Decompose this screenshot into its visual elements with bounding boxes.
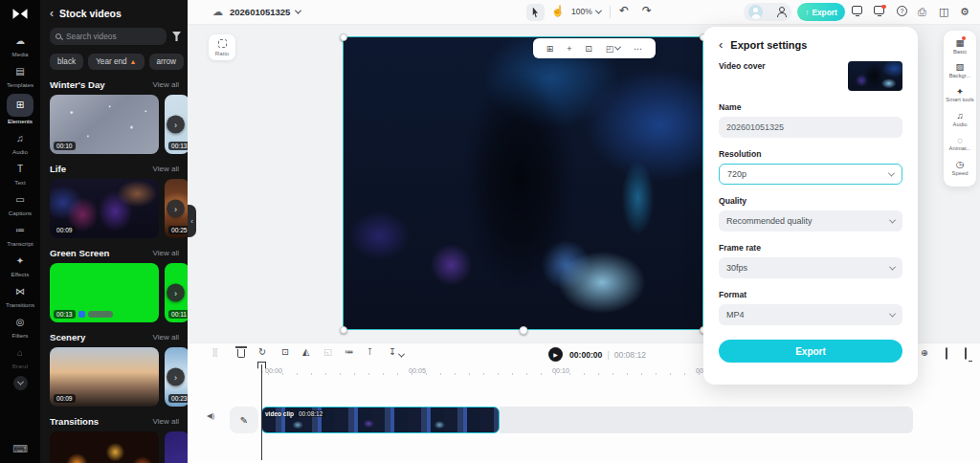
- playhead-line[interactable]: [261, 364, 262, 460]
- project-name-menu[interactable]: 202601051325: [230, 7, 301, 17]
- filter-icon[interactable]: [172, 32, 181, 41]
- select-tool-button[interactable]: [526, 4, 545, 21]
- sidebar-item-captions[interactable]: ▭Captions: [8, 191, 33, 216]
- sidebar-item-effects[interactable]: ✦Effects: [8, 253, 33, 277]
- search-input[interactable]: [66, 32, 161, 41]
- format-select[interactable]: MP4: [719, 304, 902, 325]
- mirror-icon[interactable]: ◭: [302, 347, 309, 357]
- next-arrow-button[interactable]: ›: [167, 200, 185, 218]
- green-screen-badge: [78, 311, 113, 318]
- rotate-handle[interactable]: [519, 326, 527, 335]
- more-icon[interactable]: ⋯: [634, 44, 642, 54]
- device-security-icon[interactable]: [874, 6, 884, 14]
- download-icon[interactable]: ↧: [389, 347, 396, 357]
- sidebar-item-elements[interactable]: ⊞Elements: [7, 94, 33, 124]
- view-all-link[interactable]: View all: [153, 417, 179, 426]
- tab-basic[interactable]: ▦Basic: [953, 38, 967, 55]
- tab-background[interactable]: ▨Backgr...: [949, 62, 971, 78]
- crop-icon[interactable]: ⊡: [281, 347, 289, 357]
- export-confirm-button[interactable]: Export: [719, 340, 902, 363]
- view-all-link[interactable]: View all: [153, 249, 179, 257]
- resize-handle[interactable]: [340, 326, 347, 334]
- video-cover-thumbnail[interactable]: [848, 61, 902, 91]
- ratio-button[interactable]: Ratio: [209, 34, 235, 60]
- help-icon[interactable]: ?: [897, 6, 907, 16]
- auto-captions-icon[interactable]: ≔: [345, 347, 354, 357]
- frame-rate-select[interactable]: 30fps: [719, 257, 902, 278]
- undo-button[interactable]: ↶: [619, 4, 629, 17]
- view-all-link[interactable]: View all: [153, 165, 179, 173]
- play-icon: ▶: [553, 351, 558, 358]
- video-preview-frame[interactable]: [343, 36, 703, 330]
- sidebar-item-filters[interactable]: ◎Filters: [8, 314, 33, 339]
- next-arrow-button[interactable]: ›: [167, 116, 185, 134]
- chevron-down-icon: [888, 169, 895, 176]
- printer-icon[interactable]: ⎙: [918, 6, 926, 18]
- sidebar-item-media[interactable]: ☁Media: [8, 33, 33, 57]
- video-thumbnail[interactable]: [50, 431, 159, 463]
- tab-speed[interactable]: ◷Speed: [952, 160, 969, 176]
- tag-year-end[interactable]: Year end▲: [88, 54, 144, 70]
- mirror-to-device-icon[interactable]: [852, 6, 862, 14]
- tag-arrow[interactable]: arrow: [149, 54, 184, 70]
- sidebar-item-transcript[interactable]: ≔Transcript: [7, 222, 33, 247]
- video-thumbnail[interactable]: 00:13: [50, 263, 159, 322]
- settings-gear-icon[interactable]: ⚙: [960, 6, 969, 18]
- video-thumbnail[interactable]: [165, 431, 188, 463]
- mask-icon[interactable]: ◱: [323, 347, 332, 357]
- quality-select[interactable]: Recommended quality: [719, 210, 902, 232]
- pip-icon[interactable]: ◰: [606, 44, 621, 54]
- layout-panels-icon[interactable]: ◫: [939, 6, 948, 18]
- duration-badge: 00:09: [54, 226, 76, 234]
- back-icon[interactable]: ‹: [719, 38, 723, 51]
- sidebar-item-text[interactable]: TText: [8, 161, 33, 186]
- crop-icon[interactable]: ⊡: [585, 44, 592, 54]
- keyboard-shortcuts-icon[interactable]: ⌨: [12, 443, 28, 455]
- preview-monitor-icon[interactable]: [965, 349, 967, 359]
- tab-animation[interactable]: ◌Animat...: [949, 136, 971, 152]
- invite-member-icon[interactable]: [776, 7, 787, 17]
- sidebar-item-brand[interactable]: ⌂Brand: [8, 344, 33, 369]
- video-thumbnail[interactable]: 00:09: [50, 347, 159, 407]
- video-thumbnail[interactable]: 00:09: [50, 179, 159, 238]
- timeline-video-clip[interactable]: video clip 00:08:12: [261, 407, 500, 433]
- sidebar-item-audio[interactable]: ♫Audio: [8, 130, 33, 155]
- account-pill[interactable]: [744, 3, 791, 21]
- sidebar-item-templates[interactable]: ▤Templates: [7, 63, 33, 88]
- panel-collapse-handle[interactable]: ‹: [188, 205, 196, 237]
- tab-audio[interactable]: ♫Audio: [953, 111, 968, 127]
- edit-track-button[interactable]: ✎: [230, 407, 258, 433]
- view-all-link[interactable]: View all: [153, 333, 179, 342]
- view-all-link[interactable]: View all: [153, 80, 179, 89]
- panel-title: Stock videos: [59, 8, 122, 19]
- freeze-frame-icon[interactable]: ⊺: [368, 347, 372, 357]
- sidebar-collapse-button[interactable]: [13, 376, 28, 390]
- upload-icon: ↑: [805, 8, 809, 17]
- split-icon[interactable]: ][: [212, 347, 217, 357]
- mute-track-icon[interactable]: ◀): [207, 411, 214, 420]
- export-button[interactable]: ↑Export: [797, 3, 845, 21]
- next-arrow-button[interactable]: ›: [167, 284, 185, 302]
- play-button[interactable]: ▶: [548, 347, 563, 362]
- search-box[interactable]: [50, 28, 167, 45]
- replace-media-icon[interactable]: ⊞: [546, 44, 554, 54]
- redo-button[interactable]: ↷: [642, 4, 652, 17]
- chevron-down-icon[interactable]: [399, 350, 404, 360]
- tag-black[interactable]: black: [50, 54, 83, 70]
- zoom-level-select[interactable]: 100%: [571, 7, 601, 16]
- tab-smart-tools[interactable]: ✦Smart tools: [946, 87, 973, 103]
- rotate-icon[interactable]: ↻: [258, 347, 266, 357]
- delete-icon[interactable]: [237, 349, 245, 358]
- name-input[interactable]: [719, 117, 902, 138]
- resize-handle[interactable]: [340, 33, 347, 41]
- video-thumbnail[interactable]: 00:10: [50, 95, 159, 154]
- sidebar-item-transitions[interactable]: ⋈Transitions: [6, 283, 34, 308]
- back-icon[interactable]: ‹: [50, 8, 54, 19]
- resolution-select[interactable]: 720p: [719, 164, 902, 185]
- next-arrow-button[interactable]: ›: [167, 368, 185, 386]
- add-media-icon[interactable]: +: [567, 44, 571, 54]
- timeline-zoom-icon[interactable]: ⊕: [921, 348, 928, 358]
- fullscreen-icon[interactable]: [946, 349, 947, 359]
- duration-badge: 00:09: [54, 394, 76, 403]
- hand-tool-button[interactable]: ☝: [551, 5, 565, 17]
